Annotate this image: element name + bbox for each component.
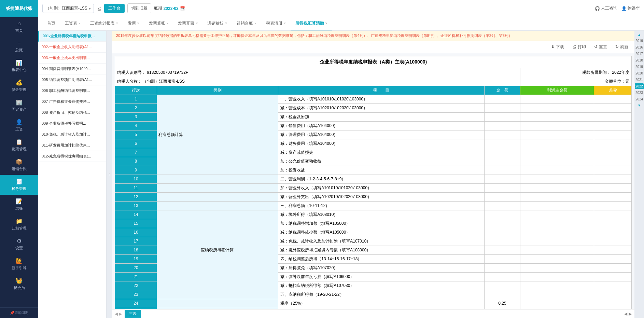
close-tab-invoices[interactable]: × xyxy=(137,22,139,25)
sidebar-item-home[interactable]: ⌂ 首页 xyxy=(0,17,38,37)
sidebar-item-payroll[interactable]: 👤 工资 xyxy=(0,115,38,135)
sidebar-item-member[interactable]: 👑 畅会员 xyxy=(0,274,38,294)
left-panel-item-001[interactable]: 001-企业所得税年度纳税申报... xyxy=(38,31,106,42)
sidebar-item-guide[interactable]: 🙋 新手引导 xyxy=(0,254,38,274)
timeline-2023[interactable]: 2023 xyxy=(635,90,644,96)
sidebar-item-reports[interactable]: 📊 报表中心 xyxy=(0,56,38,76)
timeline-2020[interactable]: 2020 xyxy=(635,70,644,76)
topbar-right: 🎧 人工咨询 👤 徐遥华 xyxy=(595,5,640,11)
close-tab-tax-schedule[interactable]: × xyxy=(284,22,286,25)
scroll-right-icon[interactable]: ▶ xyxy=(629,312,632,316)
sidebar-item-sales[interactable]: 📦 进销台账 xyxy=(0,155,38,175)
left-panel-item-007[interactable]: 007-广告费和业务宣传费跨... xyxy=(38,96,106,107)
table-title: 企业所得税年度纳税申报表（A类）主表(A100000) xyxy=(115,56,632,68)
topbar: （勾删）江西服宝-LSS ▾ 🖨 工作台 切到旧版 账期 2023-02 📅 🎧… xyxy=(38,0,644,17)
left-panel-item-011[interactable]: 011-研发费用加计扣除优惠... xyxy=(38,140,106,151)
tax-rate-cell[interactable]: 0.25 xyxy=(484,299,520,308)
assets-icon: 🏢 xyxy=(16,99,23,106)
left-panel-item-010[interactable]: 010-免税、减计收入及加计... xyxy=(38,129,106,140)
timeline-2016[interactable]: 2016 xyxy=(635,44,644,50)
company-selector[interactable]: （勾删）江西服宝-LSS ▾ xyxy=(42,4,94,13)
timeline-up-arrow[interactable]: ▲ xyxy=(637,32,642,37)
timeline-2017[interactable]: 2017 xyxy=(635,51,644,57)
tab-invoice-open[interactable]: 发票开票× xyxy=(173,17,202,30)
sheet-nav-arrows[interactable]: ◀ ▶ xyxy=(115,312,122,316)
print-button[interactable]: 🖨 打印 xyxy=(570,43,588,51)
left-panel-item-002[interactable]: 002-一般企业收入明细表(A1... xyxy=(38,42,106,53)
left-panel-item-004[interactable]: 004-期间费用明细表(A1040... xyxy=(38,64,106,74)
timeline-2024[interactable]: 2024 xyxy=(635,96,644,102)
sidebar-item-settings[interactable]: ⚙ 设置 xyxy=(0,234,38,254)
timeline-2019b[interactable]: 2019 xyxy=(635,64,644,70)
content-area: 001-企业所得税年度纳税申报... 002-一般企业收入明细表(A1... 0… xyxy=(38,31,644,318)
download-icon: ⬇ xyxy=(551,44,555,49)
sidebar-item-tax[interactable]: 🧾 税务管理 xyxy=(0,175,38,195)
sheet-tab-main[interactable]: 主表 xyxy=(125,310,141,318)
table-title-row: 企业所得税年度纳税申报表（A类）主表(A100000) xyxy=(115,56,632,68)
tab-invoice-calc[interactable]: 发票算账× xyxy=(144,17,173,30)
close-tab-income-tax[interactable]: × xyxy=(325,22,327,25)
close-tab-purchase-audit[interactable]: × xyxy=(225,22,227,25)
tab-home[interactable]: 首页 xyxy=(42,17,60,30)
left-panel-item-006[interactable]: 006-职工薪酬纳税调整明细... xyxy=(38,85,106,96)
row-amount-5[interactable] xyxy=(484,95,520,103)
scroll-left-icon[interactable]: ◀ xyxy=(624,312,627,316)
download-button[interactable]: ⬇ 下载 xyxy=(549,43,566,51)
col-header-amount: 金 额 xyxy=(484,86,520,95)
main-area: （勾删）江西服宝-LSS ▾ 🖨 工作台 切到旧版 账期 2023-02 📅 🎧… xyxy=(38,0,644,318)
tab-tax-schedule[interactable]: 税表清册× xyxy=(261,17,291,30)
invoices-icon: 📋 xyxy=(16,139,23,145)
sidebar-pin-toggle[interactable]: 📌 取消固定 xyxy=(0,307,38,318)
table-info-row-2: 纳税人名称： （勾删）江西服宝-LSS 金额单位：元 xyxy=(115,77,632,86)
timeline-down-arrow[interactable]: ▼ xyxy=(637,103,642,108)
timeline-2022[interactable]: 2022 xyxy=(635,83,644,89)
timeline-2021[interactable]: 2021 xyxy=(635,77,644,83)
sidebar-item-assets[interactable]: 🏢 固定资产 xyxy=(0,96,38,115)
right-timeline: ▲ 2019 2016 2017 2018 2019 2020 2021 202… xyxy=(634,31,644,318)
reset-button[interactable]: ↺ 重置 xyxy=(592,43,609,51)
left-panel-item-009[interactable]: 009-企业所得税补亏损明... xyxy=(38,118,106,129)
close-tab-payroll-stats[interactable]: × xyxy=(116,22,118,25)
service-label[interactable]: 🎧 人工咨询 xyxy=(595,5,617,11)
close-tab-invoice-calc[interactable]: × xyxy=(167,22,169,25)
timeline-2018[interactable]: 2018 xyxy=(635,57,644,63)
nav-tabs: 首页 工资表× 工资统计报表× 发票× 发票算账× 发票开票× 进销稽核× 进销… xyxy=(38,17,644,31)
sidebar-item-archive[interactable]: 📁 归档管理 xyxy=(0,215,38,234)
tab-payroll-stats[interactable]: 工资统计报表× xyxy=(85,17,123,30)
sidebar-item-funds[interactable]: 💰 资金管理 xyxy=(0,76,38,96)
tab-payroll[interactable]: 工资表× xyxy=(60,17,85,30)
close-tab-invoice-open[interactable]: × xyxy=(196,22,198,25)
left-panel-item-008[interactable]: 008-资产折旧、摊销及纳税... xyxy=(38,107,106,118)
scroll-arrows[interactable]: ◀ ▶ xyxy=(624,312,632,316)
row-profit-5 xyxy=(520,95,594,103)
timeline-2019[interactable]: 2019 xyxy=(635,38,644,44)
warning-bar: 2019年度步及取以前年度结转数据的申报表单元格需要手工维护正确，才能保证本年及… xyxy=(112,31,634,41)
funds-icon: 💰 xyxy=(16,79,23,86)
tax-icon: 🧾 xyxy=(16,178,23,185)
refresh-button[interactable]: ↻ 刷新 xyxy=(613,43,630,51)
panel-collapse-handle[interactable]: ‹ xyxy=(107,31,112,318)
tab-purchase-audit[interactable]: 进销稽核× xyxy=(202,17,232,30)
left-panel: 001-企业所得税年度纳税申报... 002-一般企业收入明细表(A1... 0… xyxy=(38,31,107,318)
warning-text: 2019年度步及取以前年度结转数据的申报表单元格需要手工维护正确，才能保证本年及… xyxy=(116,33,512,38)
tab-purchase-ledger[interactable]: 进销台账× xyxy=(232,17,261,30)
tax-table: 企业所得税年度纳税申报表（A类）主表(A100000) 纳税人识别号： 9132… xyxy=(115,56,632,309)
archive-icon: 📁 xyxy=(16,218,23,224)
sidebar-item-closing[interactable]: 📝 结账 xyxy=(0,195,38,215)
bottom-sheet: ◀ ▶ 主表 ◀ ▶ xyxy=(112,309,634,318)
col-header-cat: 类别 xyxy=(157,86,278,95)
right-main: 2019年度步及取以前年度结转数据的申报表单元格需要手工维护正确，才能保证本年及… xyxy=(112,31,634,318)
tab-income-tax[interactable]: 所得税汇算清缴× xyxy=(291,17,332,30)
sidebar-item-ledger[interactable]: ≡ 总账 xyxy=(0,37,38,56)
tab-invoices[interactable]: 发票× xyxy=(123,17,144,30)
close-tab-purchase-ledger[interactable]: × xyxy=(254,22,256,25)
left-panel-item-003[interactable]: 003-一般企业成本支出明细... xyxy=(38,53,106,64)
left-panel-item-012[interactable]: 012-减免所得税优惠明细表(... xyxy=(38,151,106,162)
sidebar-item-invoices[interactable]: 📋 发票管理 xyxy=(0,135,38,155)
close-tab-payroll[interactable]: × xyxy=(79,22,81,25)
col-header-row: 行次 xyxy=(115,86,157,95)
left-panel-item-005[interactable]: 005-纳税调整项目明细表(A1... xyxy=(38,74,106,85)
workbench-button[interactable]: 工作台 xyxy=(104,4,125,13)
switch-version-button[interactable]: 切到旧版 xyxy=(127,3,151,13)
table-row: 23 五、应纳税所得额（19-20-21-22） xyxy=(115,290,632,299)
